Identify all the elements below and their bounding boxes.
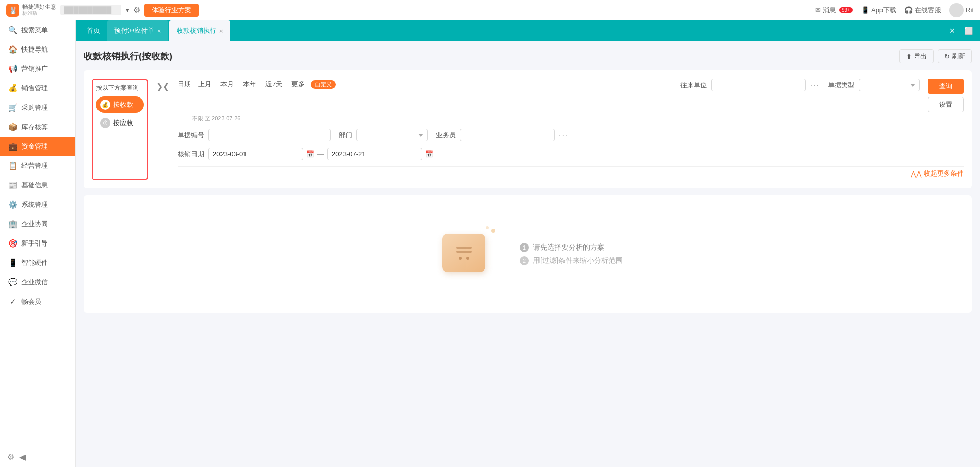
tab-receipt-close[interactable]: × [219, 27, 224, 35]
filter-option-by-receipt[interactable]: 💰 按收款 [96, 96, 144, 113]
sidebar-item-inventory[interactable]: 📦 库存核算 [0, 117, 75, 137]
settings-icon[interactable]: ⚙ [133, 5, 140, 15]
trial-btn[interactable]: 体验行业方案 [144, 4, 199, 17]
sidebar-label: 经营管理 [21, 161, 48, 170]
avatar [949, 3, 964, 17]
sidebar-label: 销售管理 [21, 84, 48, 93]
right-panel: 查询 设置 [928, 79, 964, 112]
hint-2: 2 用[过滤]条件来缩小分析范围 [520, 256, 623, 265]
sidebar-item-search-menu[interactable]: 🔍 搜索菜单 [0, 20, 75, 40]
logo-text: 畅捷通好生意 标准版 [22, 4, 56, 16]
department-label: 部门 [339, 131, 352, 140]
bottom-settings-icon[interactable]: ⚙ [7, 452, 14, 462]
enterprise-icon: 🏢 [8, 219, 17, 229]
verify-date-label: 核销日期 [178, 150, 204, 159]
filter-option-by-receivable[interactable]: ⏱ 按应收 [96, 115, 144, 131]
verify-date-start-input[interactable] [208, 148, 303, 160]
doc-type-select[interactable] [859, 79, 920, 91]
sidebar-item-vip[interactable]: ✓ 畅会员 [0, 292, 75, 311]
date-last-month-btn[interactable]: 上月 [195, 79, 214, 90]
sidebar-item-enterprise-coop[interactable]: 🏢 企业协同 [0, 214, 75, 234]
refresh-btn[interactable]: ↻ 刷新 [938, 49, 972, 63]
counterparty-field: 往来单位 ··· [680, 79, 820, 91]
maximize-btn[interactable]: ⬜ [961, 26, 976, 36]
sidebar-item-wechat[interactable]: 💬 企业微信 [0, 273, 75, 292]
verify-date-end-input[interactable] [327, 148, 422, 160]
sidebar-item-marketing[interactable]: 📢 营销推广 [0, 59, 75, 79]
service-icon: 🎧 [904, 6, 913, 14]
sidebar-item-purchase[interactable]: 🛒 采购管理 [0, 98, 75, 117]
sidebar-item-newbie[interactable]: 🎯 新手引导 [0, 234, 75, 253]
salesperson-label: 业务员 [436, 131, 456, 140]
settings-btn[interactable]: 设置 [928, 97, 964, 112]
date-field: 日期 上月 本月 本年 近7天 更多 自定义 [178, 79, 336, 90]
sidebar-item-operations[interactable]: 📋 经营管理 [0, 156, 75, 176]
sidebar-item-basic-info[interactable]: 📰 基础信息 [0, 176, 75, 195]
sidebar-label: 畅会员 [21, 297, 41, 306]
message-badge: 99+ [839, 7, 853, 13]
tab-prepay[interactable]: 预付冲应付单 × [107, 20, 168, 41]
app-download-btn[interactable]: 📱 App下载 [861, 6, 896, 15]
box-face [456, 247, 472, 260]
doc-number-input[interactable] [208, 129, 331, 141]
empty-state: 1 请先选择要分析的方案 2 用[过滤]条件来缩小分析范围 [84, 195, 972, 313]
tab-prepay-close[interactable]: × [157, 27, 161, 35]
close-window-btn[interactable]: × [946, 24, 958, 37]
operations-icon: 📋 [8, 161, 17, 170]
box-eyes [459, 257, 469, 260]
counterparty-input[interactable] [711, 79, 806, 91]
hint-1: 1 请先选择要分析的方案 [520, 243, 623, 252]
verify-date-calendar-start[interactable]: 📅 [306, 150, 314, 158]
date-this-year-btn[interactable]: 本年 [240, 79, 259, 90]
page-header: 收款核销执行(按收款) ⬆ 导出 ↻ 刷新 [84, 49, 972, 63]
sidebar-item-system[interactable]: ⚙️ 系统管理 [0, 195, 75, 214]
filter-panel: 按以下方案查询 💰 按收款 ⏱ 按应收 ❯❮ [84, 70, 972, 188]
empty-hints: 1 请先选择要分析的方案 2 用[过滤]条件来缩小分析范围 [520, 243, 623, 265]
tab-bar: 首页 预付冲应付单 × 收款核销执行 × × ⬜ [76, 20, 980, 41]
date-7days-btn[interactable]: 近7天 [262, 79, 285, 90]
user-area[interactable]: Rit [949, 3, 974, 17]
export-btn[interactable]: ⬆ 导出 [899, 49, 934, 63]
sidebar-collapse-icon[interactable]: ◀ [19, 452, 26, 462]
message-icon: ✉ [815, 6, 821, 14]
doc-number-label: 单据编号 [178, 131, 204, 140]
salesperson-more[interactable]: ··· [559, 131, 569, 140]
sidebar-label: 企业协同 [21, 219, 48, 229]
verify-date-field: 核销日期 📅 — 📅 [178, 148, 433, 160]
purchase-icon: 🛒 [8, 103, 17, 112]
department-select[interactable] [356, 129, 428, 141]
filter-collapse-btn[interactable]: ❯❮ [154, 82, 172, 91]
hardware-icon: 📱 [8, 258, 17, 267]
message-btn[interactable]: ✉ 消息 99+ [815, 6, 853, 15]
sidebar-label: 库存核算 [21, 122, 48, 132]
sales-icon: 💰 [8, 84, 17, 93]
tab-home[interactable]: 首页 [80, 20, 107, 41]
eye-right [466, 257, 469, 260]
date-this-month-btn[interactable]: 本月 [217, 79, 237, 90]
sidebar-label: 营销推广 [21, 64, 48, 73]
online-service-btn[interactable]: 🎧 在线客服 [904, 6, 941, 15]
verify-date-calendar-end[interactable]: 📅 [425, 150, 433, 158]
empty-box [442, 234, 485, 272]
wechat-icon: 💬 [8, 278, 17, 287]
sidebar-item-quick-nav[interactable]: 🏠 快捷导航 [0, 40, 75, 59]
sidebar-item-capital[interactable]: 💼 资金管理 [0, 137, 75, 156]
counterparty-more[interactable]: ··· [810, 81, 820, 90]
tab-receipt[interactable]: 收款核销执行 × [169, 20, 231, 41]
newbie-icon: 🎯 [8, 239, 17, 248]
header-right: ✉ 消息 99+ 📱 App下载 🎧 在线客服 Rit [815, 3, 974, 17]
query-btn[interactable]: 查询 [928, 79, 964, 94]
account-display: ██████████ [60, 5, 121, 15]
sidebar-item-sales[interactable]: 💰 销售管理 [0, 79, 75, 98]
logo-area: 🐰 畅捷通好生意 标准版 [6, 4, 56, 17]
doc-number-field: 单据编号 [178, 129, 331, 141]
account-dropdown[interactable]: ▾ [126, 6, 129, 14]
salesperson-input[interactable] [460, 129, 555, 141]
verify-date-separator: — [317, 150, 324, 158]
date-more-btn[interactable]: 更多 [288, 79, 308, 90]
sidebar-item-smart-hardware[interactable]: 📱 智能硬件 [0, 253, 75, 273]
page-title: 收款核销执行(按收款) [84, 50, 173, 62]
capital-icon: 💼 [8, 142, 17, 151]
collapse-more-btn[interactable]: ⋀⋀ 收起更多条件 [178, 166, 964, 180]
sidebar-label: 新手引导 [21, 239, 48, 248]
